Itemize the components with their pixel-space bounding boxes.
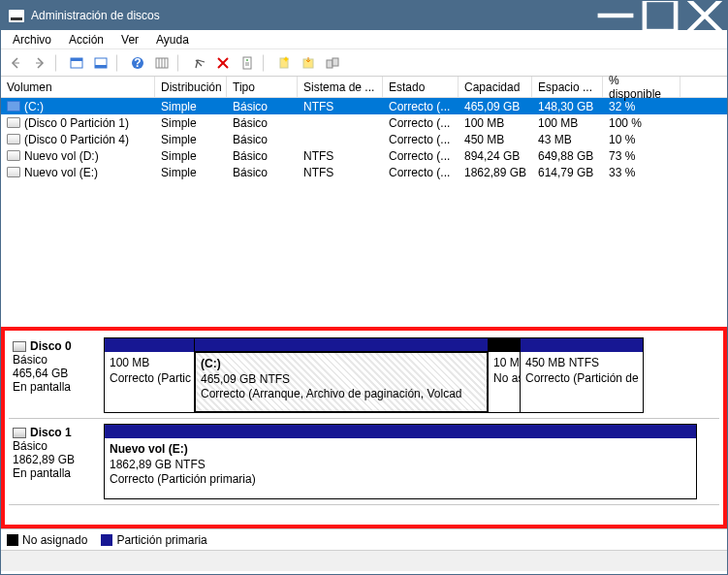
- help-button[interactable]: ?: [127, 52, 148, 74]
- volume-icon: [7, 134, 20, 144]
- partition[interactable]: 450 MB NTFSCorrecto (Partición de: [520, 337, 644, 413]
- disk-layout-pane: Disco 0Básico465,64 GBEn pantalla100 MBC…: [1, 327, 727, 528]
- new-button[interactable]: [273, 52, 295, 74]
- svg-rect-22: [327, 60, 332, 68]
- col-distribucion[interactable]: Distribución: [155, 77, 227, 97]
- separator: [263, 54, 269, 72]
- table-row[interactable]: Nuevo vol (D:)SimpleBásicoNTFSCorrecto (…: [1, 147, 727, 164]
- titlebar: Administración de discos: [1, 1, 727, 30]
- view-bottom-button[interactable]: [90, 52, 111, 74]
- legend-primary: Partición primaria: [101, 533, 206, 547]
- col-sistema[interactable]: Sistema de ...: [298, 77, 383, 97]
- partition[interactable]: 100 MBCorrecto (Partic: [104, 337, 195, 413]
- disk-icon: [13, 428, 26, 438]
- table-row[interactable]: Nuevo vol (E:)SimpleBásicoNTFSCorrecto (…: [1, 164, 727, 180]
- delete-button[interactable]: [212, 52, 234, 74]
- col-espacio[interactable]: Espacio ...: [532, 77, 603, 97]
- disk-row: Disco 1Básico1862,89 GBEn pantallaNuevo …: [9, 419, 719, 505]
- settings-button[interactable]: [151, 52, 173, 74]
- menu-archivo[interactable]: Archivo: [5, 32, 59, 48]
- col-volumen[interactable]: Volumen: [1, 77, 155, 97]
- disk-icon: [13, 341, 26, 352]
- action1-button[interactable]: [298, 52, 319, 74]
- app-icon: [9, 10, 24, 22]
- col-capacidad[interactable]: Capacidad: [459, 77, 532, 97]
- volume-icon: [7, 167, 20, 177]
- volume-list[interactable]: (C:)SimpleBásicoNTFSCorrecto (...465,09 …: [1, 98, 727, 327]
- partition[interactable]: 10 MBNo asig: [488, 337, 521, 413]
- forward-button[interactable]: [29, 52, 50, 74]
- view-top-button[interactable]: [66, 52, 87, 74]
- separator: [55, 54, 61, 72]
- legend-unallocated: No asignado: [7, 533, 87, 547]
- col-pct[interactable]: % disponible: [603, 77, 681, 97]
- col-tipo[interactable]: Tipo: [227, 77, 298, 97]
- window-title: Administración de discos: [31, 9, 160, 22]
- menu-ver[interactable]: Ver: [113, 32, 146, 48]
- svg-rect-7: [95, 65, 107, 68]
- svg-text:?: ?: [134, 56, 141, 70]
- properties-button[interactable]: [237, 52, 258, 74]
- svg-rect-23: [332, 58, 338, 66]
- table-row[interactable]: (C:)SimpleBásicoNTFSCorrecto (...465,09 …: [1, 98, 727, 114]
- table-row[interactable]: (Disco 0 Partición 1)SimpleBásicoCorrect…: [1, 114, 727, 131]
- separator: [116, 54, 122, 72]
- volume-icon: [7, 101, 20, 112]
- separator: [177, 54, 183, 72]
- menu-accion[interactable]: Acción: [61, 32, 111, 48]
- maximize-button[interactable]: [638, 1, 682, 30]
- svg-rect-1: [645, 0, 676, 31]
- close-button[interactable]: [682, 1, 727, 30]
- svg-rect-5: [71, 58, 82, 61]
- table-row[interactable]: (Disco 0 Partición 4)SimpleBásicoCorrect…: [1, 131, 727, 147]
- column-headers: Volumen Distribución Tipo Sistema de ...…: [1, 77, 727, 98]
- action2-button[interactable]: [322, 52, 343, 74]
- refresh-button[interactable]: [188, 52, 209, 74]
- status-bar: [1, 550, 727, 571]
- back-button[interactable]: [5, 52, 26, 74]
- partition[interactable]: (C:)465,09 GB NTFSCorrecto (Arranque, Ar…: [194, 337, 489, 413]
- disk-row: Disco 0Básico465,64 GBEn pantalla100 MBC…: [9, 333, 719, 419]
- partition[interactable]: Nuevo vol (E:)1862,89 GB NTFSCorrecto (P…: [104, 424, 697, 499]
- col-estado[interactable]: Estado: [383, 77, 459, 97]
- volume-icon: [7, 117, 20, 128]
- volume-icon: [7, 150, 20, 161]
- svg-point-17: [246, 59, 248, 61]
- minimize-button[interactable]: [593, 1, 638, 30]
- legend: No asignado Partición primaria: [1, 528, 727, 550]
- menu-ayuda[interactable]: Ayuda: [148, 32, 197, 48]
